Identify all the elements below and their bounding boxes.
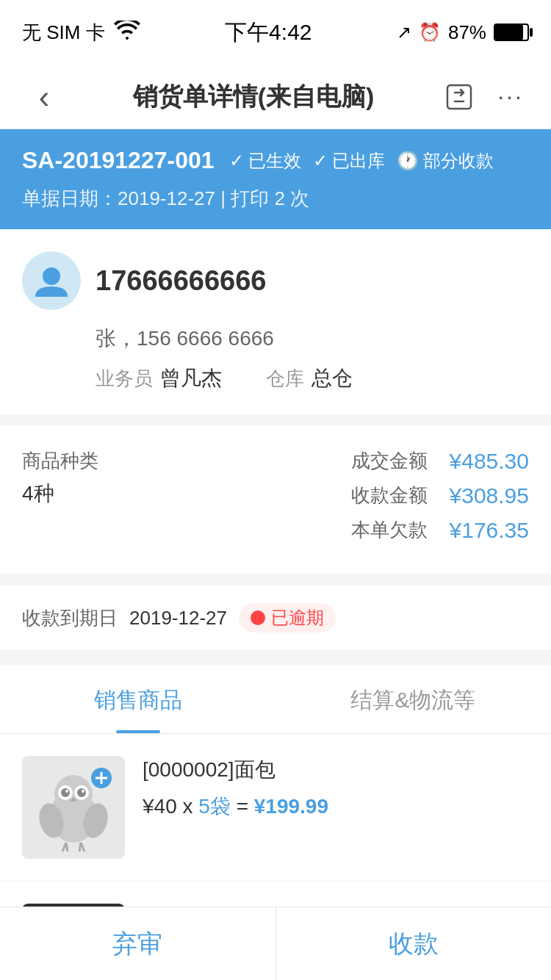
divider-1: [0, 414, 551, 426]
product-name-1: [0000002]面包: [143, 756, 529, 784]
debt-amount-row: 本单欠款 ¥176.35: [351, 517, 529, 543]
received-amount-row: 收款金额 ¥308.95: [351, 483, 529, 508]
nav-bar: ‹ 销货单详情(来自电脑) ···: [0, 65, 551, 129]
type-count: 4种: [22, 480, 98, 508]
order-header: SA-20191227-001 ✓ 已生效 ✓ 已出库 🕐 部分收款 单据日期：…: [0, 129, 551, 229]
status-activated: ✓ 已生效: [229, 149, 301, 173]
svg-line-15: [66, 843, 68, 851]
tab-sales-products[interactable]: 销售商品: [0, 665, 276, 733]
overdue-dot-icon: [251, 610, 265, 625]
svg-point-7: [61, 788, 70, 797]
product-price-1: ¥40 x 5袋 = ¥199.99: [143, 793, 529, 821]
sales-name: 曾凡杰: [160, 364, 222, 392]
received-amount-value: ¥308.95: [450, 483, 529, 508]
product-quantity-1: 5袋: [198, 795, 231, 818]
svg-line-17: [79, 843, 81, 851]
customer-name: 17666666666: [96, 265, 266, 297]
check-icon-1: ✓: [229, 151, 244, 171]
status-left: 无 SIM 卡: [22, 20, 140, 46]
divider-2: [0, 574, 551, 586]
customer-info: 17666666666: [22, 251, 529, 310]
customer-section: 17666666666 张，156 6666 6666 业务员 曾凡杰 仓库 总…: [0, 229, 551, 414]
svg-point-1: [43, 267, 60, 285]
status-shipped: ✓ 已出库: [313, 149, 385, 173]
debt-amount-value: ¥176.35: [450, 518, 529, 543]
status-time: 下午4:42: [225, 18, 311, 48]
abandon-review-button[interactable]: 弃审: [0, 907, 276, 980]
clock-icon: 🕐: [397, 151, 419, 171]
tab-settlement[interactable]: 结算&物流等: [276, 665, 551, 733]
debt-amount-label: 本单欠款: [351, 517, 428, 543]
product-type-info: 商品种类 4种: [22, 448, 98, 508]
order-date: 单据日期：2019-12-27 | 打印 2 次: [22, 186, 529, 212]
deal-amount-row: 成交金额 ¥485.30: [351, 448, 529, 474]
nav-actions: ···: [441, 79, 529, 115]
status-badges: ✓ 已生效 ✓ 已出库 🕐 部分收款: [229, 149, 494, 173]
avatar: [22, 251, 81, 310]
product-total-1: ¥199.99: [254, 795, 328, 818]
deal-amount-label: 成交金额: [351, 448, 428, 474]
product-thumb-1: [22, 756, 125, 859]
deal-amount-value: ¥485.30: [450, 449, 529, 474]
status-bar: 无 SIM 卡 下午4:42 ↗ ⏰ 87%: [0, 0, 551, 65]
due-label: 收款到期日: [22, 605, 118, 631]
status-right: ↗ ⏰ 87%: [397, 21, 529, 44]
location-icon: ↗: [397, 22, 411, 43]
warehouse-label: 仓库: [266, 366, 304, 392]
back-icon: ‹: [39, 79, 50, 115]
amount-info: 成交金额 ¥485.30 收款金额 ¥308.95 本单欠款 ¥176.35: [351, 448, 529, 552]
summary-section: 商品种类 4种 成交金额 ¥485.30 收款金额 ¥308.95 本单欠款 ¥…: [0, 426, 551, 574]
product-info-1: [0000002]面包 ¥40 x 5袋 = ¥199.99: [143, 756, 529, 821]
collect-payment-button[interactable]: 收款: [276, 907, 552, 980]
svg-point-8: [77, 788, 86, 797]
battery-icon: [494, 24, 529, 41]
overdue-text: 已逾期: [271, 606, 324, 630]
tabs: 销售商品 结算&物流等: [0, 665, 551, 734]
page-title: 销货单详情(来自电脑): [133, 80, 375, 114]
carrier-text: 无 SIM 卡: [22, 20, 105, 46]
battery-percent: 87%: [448, 21, 486, 44]
wifi-icon: [114, 21, 140, 45]
overdue-badge: 已逾期: [239, 603, 336, 633]
status-partial-payment: 🕐 部分收款: [397, 149, 494, 173]
bottom-bar: 弃审 收款: [0, 907, 551, 980]
sales-info: 业务员 曾凡杰: [96, 364, 222, 392]
due-section: 收款到期日 2019-12-27 已逾期: [0, 586, 551, 650]
sales-label: 业务员: [96, 366, 153, 392]
order-id: SA-20191227-001: [22, 147, 215, 174]
list-item: [0000002]面包 ¥40 x 5袋 = ¥199.99: [0, 734, 551, 882]
type-label: 商品种类: [22, 448, 98, 474]
due-date-value: 2019-12-27: [129, 607, 227, 630]
svg-point-9: [65, 790, 68, 793]
share-button[interactable]: [441, 79, 478, 115]
warehouse-info: 仓库 总仓: [266, 364, 353, 392]
divider-3: [0, 650, 551, 665]
warehouse-name: 总仓: [311, 364, 353, 392]
customer-meta: 业务员 曾凡杰 仓库 总仓: [22, 364, 529, 392]
customer-detail: 张，156 6666 6666: [22, 325, 529, 353]
more-button[interactable]: ···: [492, 79, 529, 115]
alarm-icon: ⏰: [419, 22, 441, 43]
received-amount-label: 收款金额: [351, 483, 428, 508]
svg-rect-0: [447, 85, 471, 109]
check-icon-2: ✓: [313, 151, 328, 171]
back-button[interactable]: ‹: [22, 75, 66, 119]
svg-point-10: [82, 790, 84, 793]
